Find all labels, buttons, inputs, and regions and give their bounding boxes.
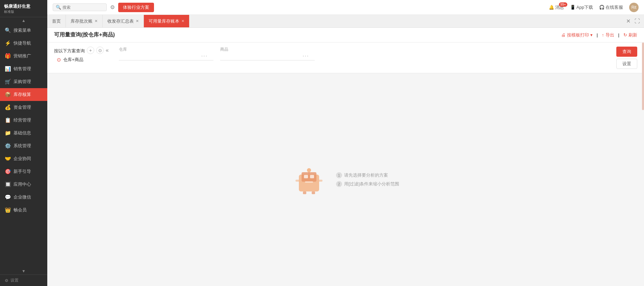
app-subtitle: 标准版 xyxy=(4,9,43,14)
settings-icon: ⚙ xyxy=(5,278,8,283)
settings-button[interactable]: 设置 xyxy=(616,59,637,69)
app-download-link[interactable]: 📱 App下载 xyxy=(570,4,593,10)
print-action[interactable]: 🖨 按模板打印 ▾ xyxy=(561,32,593,38)
sidebar-item-label: 经营管理 xyxy=(14,117,31,123)
tip-num-1: 1 xyxy=(336,172,342,178)
sidebar-item-inventory[interactable]: 📦 库存核算 xyxy=(0,88,47,101)
tabbar: 首页 库存批次账 ✕ 收发存汇总表 ✕ 可用量库存账本 ✕ ✕ ⛶ xyxy=(47,15,644,28)
tab-expand-button[interactable]: ⛶ xyxy=(633,17,641,26)
product-field-input: ··· xyxy=(220,53,315,60)
sidebar-item-basic[interactable]: 📁 基础信息 xyxy=(0,127,47,139)
sidebar-item-label: 库存核算 xyxy=(14,92,31,98)
sidebar-item-label: 基础信息 xyxy=(14,130,31,136)
tab-batch-account[interactable]: 库存批次账 ✕ xyxy=(66,15,103,27)
money-icon: 💰 xyxy=(5,104,11,110)
sidebar-scroll-up[interactable]: ▲ xyxy=(0,17,47,24)
filter-add-button[interactable]: + xyxy=(87,47,94,54)
sidebar-item-sales[interactable]: 📊 销售管理 xyxy=(0,62,47,75)
tab-batch-account-close[interactable]: ✕ xyxy=(95,19,98,23)
sidebar-item-label: 快捷导航 xyxy=(14,40,31,46)
print-label: 按模板打印 xyxy=(567,32,589,38)
sidebar-bottom-settings[interactable]: ⚙ 设置 xyxy=(0,275,47,286)
tab-receipt-summary[interactable]: 收发存汇总表 ✕ xyxy=(103,15,144,27)
scheme-label: 仓库+商品 xyxy=(63,57,83,63)
warehouse-input[interactable] xyxy=(119,54,200,59)
sidebar-item-marketing[interactable]: 🎁 营销推广 xyxy=(0,50,47,62)
right-scrollbar[interactable] xyxy=(642,43,644,110)
sidebar-item-member[interactable]: 👑 畅会员 xyxy=(0,204,47,216)
notification-button[interactable]: 🔔 消息 99+ xyxy=(549,4,564,10)
sidebar-item-system[interactable]: ⚙️ 系统管理 xyxy=(0,139,47,152)
refresh-icon: ↻ xyxy=(623,32,627,37)
mobile-icon: 📱 xyxy=(570,5,575,10)
filter-setting-button[interactable]: ⊙ xyxy=(96,47,104,54)
refresh-action[interactable]: ↻ 刷新 xyxy=(623,32,637,38)
print-dropdown-icon[interactable]: ▾ xyxy=(590,32,593,37)
svg-rect-10 xyxy=(312,191,315,194)
sidebar-scroll-down[interactable]: ▼ xyxy=(0,268,47,275)
warehouse-dots-icon[interactable]: ··· xyxy=(201,53,208,59)
page-header: 可用量查询(按仓库+商品) 🖨 按模板打印 ▾ | ↑ 导出 | ↻ 刷新 xyxy=(47,28,644,43)
chart-icon: 📊 xyxy=(5,66,11,72)
sidebar: 畅康通好生意 标准版 ▲ 🔍 搜索菜单 ⚡ 快捷导航 🎁 营销推广 📊 销售管理… xyxy=(0,0,47,286)
tab-close-button[interactable]: ✕ xyxy=(625,17,632,26)
page-actions: 🖨 按模板打印 ▾ | ↑ 导出 | ↻ 刷新 xyxy=(561,32,637,38)
sidebar-item-label: 营销推广 xyxy=(14,53,31,59)
sidebar-item-wechat[interactable]: 💬 企业微信 xyxy=(0,191,47,204)
topbar-gear-icon[interactable]: ⚙ xyxy=(110,4,115,10)
svg-rect-4 xyxy=(305,181,313,183)
flash-icon: ⚡ xyxy=(5,40,11,46)
sidebar-item-label: 企业协同 xyxy=(14,156,31,162)
sidebar-menu: 🔍 搜索菜单 ⚡ 快捷导航 🎁 营销推广 📊 销售管理 🛒 采购管理 📦 库存核… xyxy=(0,24,47,268)
sidebar-item-purchase[interactable]: 🛒 采购管理 xyxy=(0,75,47,88)
product-input[interactable] xyxy=(220,54,301,59)
user-avatar[interactable]: Rit xyxy=(629,3,639,12)
topbar-search-box[interactable]: 🔍 xyxy=(53,3,107,11)
svg-point-5 xyxy=(307,168,311,172)
search-icon: 🔍 xyxy=(56,5,61,10)
sidebar-item-label: 搜索菜单 xyxy=(14,27,31,33)
sidebar-item-label: 新手引导 xyxy=(14,168,31,175)
sidebar-item-search[interactable]: 🔍 搜索菜单 xyxy=(0,24,47,37)
sidebar-item-guide[interactable]: 🎯 新手引导 xyxy=(0,165,47,178)
tab-available-account-label: 可用量库存账本 xyxy=(149,18,179,24)
bell-icon: 🔔 xyxy=(549,5,554,10)
cart-icon: 🛒 xyxy=(5,79,11,85)
notification-badge: 99+ xyxy=(559,2,567,7)
sidebar-item-apps[interactable]: 🔲 应用中心 xyxy=(0,178,47,191)
filter-field-product: 商品 ··· xyxy=(220,47,315,60)
tab-home[interactable]: 首页 xyxy=(47,15,66,27)
sidebar-item-finance[interactable]: 💰 资金管理 xyxy=(0,101,47,114)
sidebar-item-shortcut[interactable]: ⚡ 快捷导航 xyxy=(0,37,47,50)
refresh-label: 刷新 xyxy=(628,32,637,38)
product-dots-icon[interactable]: ··· xyxy=(303,53,309,59)
tab-receipt-summary-label: 收发存汇总表 xyxy=(107,18,134,24)
separator-1: | xyxy=(597,32,598,37)
empty-tip-2: 2 用[过滤]条件来缩小分析范围 xyxy=(336,181,399,187)
online-service-label: 在线客服 xyxy=(606,4,623,10)
query-button[interactable]: 查询 xyxy=(616,47,637,57)
product-field-label: 商品 xyxy=(220,47,315,52)
app-download-label: App下载 xyxy=(576,4,593,10)
filter-field-warehouse: 仓库 ··· xyxy=(119,47,213,60)
empty-tips: 1 请先选择要分析的方案 2 用[过滤]条件来缩小分析范围 xyxy=(336,172,399,187)
tab-available-account-close[interactable]: ✕ xyxy=(181,19,184,23)
filter-section-label: 按以下方案查询 xyxy=(54,47,85,54)
filter-scheme-warehouse-product[interactable]: ⊙ 仓库+商品 xyxy=(57,57,109,63)
filter-collapse-button[interactable]: « xyxy=(106,47,109,53)
svg-rect-3 xyxy=(310,175,314,178)
tab-receipt-summary-close[interactable]: ✕ xyxy=(136,19,139,23)
tab-available-account[interactable]: 可用量库存账本 ✕ xyxy=(144,15,189,27)
empty-illustration xyxy=(292,163,326,197)
sidebar-item-corp[interactable]: 🤝 企业协同 xyxy=(0,152,47,165)
export-action[interactable]: ↑ 导出 xyxy=(602,32,614,38)
search-input[interactable] xyxy=(62,5,96,10)
export-label: 导出 xyxy=(606,32,614,38)
online-service-link[interactable]: 🎧 在线客服 xyxy=(599,4,623,10)
tip-num-2: 2 xyxy=(336,181,342,187)
solution-button[interactable]: 体验行业方案 xyxy=(118,3,154,12)
sidebar-item-operation[interactable]: 📋 经营管理 xyxy=(0,114,47,127)
gift-icon: 🎁 xyxy=(5,53,11,59)
sidebar-item-label: 企业微信 xyxy=(14,194,31,200)
tab-actions: ✕ ⛶ xyxy=(625,17,644,26)
